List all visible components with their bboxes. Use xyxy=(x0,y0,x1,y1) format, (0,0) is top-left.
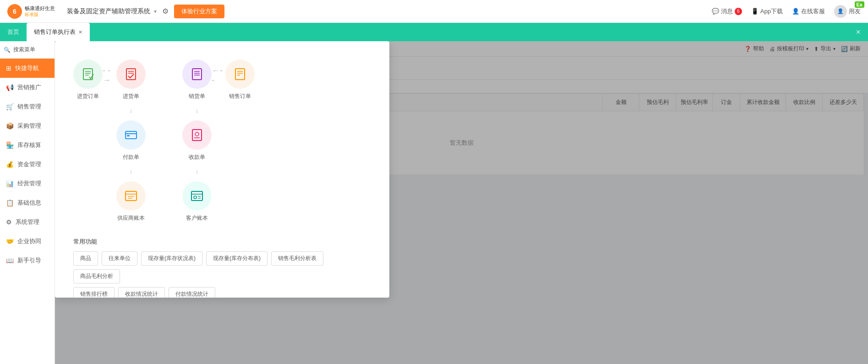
online-service-item[interactable]: 👤 在线客服 xyxy=(792,7,825,16)
logo-icon: 6 xyxy=(7,4,22,19)
newbie-icon: 📖 xyxy=(6,257,14,264)
func-buttons-row1: 商品 往来单位 现存量(库存状况表) 现存量(库存分布表) 销售毛利分析表 商品… xyxy=(73,251,371,283)
header-right: 💬 消息 6 📱 App下载 👤 在线客服 👤 用友 Ea xyxy=(712,5,861,18)
sidebar-search-label: 搜索菜单 xyxy=(13,46,35,54)
purchase-order-label: 进货订单 xyxy=(77,92,99,100)
sidebar-item-label-enterprise: 企业协同 xyxy=(17,237,41,245)
flow-node-purchase-bill[interactable]: 进货单 xyxy=(112,55,150,105)
common-functions-title: 常用功能 xyxy=(73,238,371,246)
quick-nav-modal: 进货订单 - - → 进货单 xyxy=(55,41,389,298)
online-service-label: 在线客服 xyxy=(801,7,825,16)
svg-rect-11 xyxy=(235,69,245,80)
svg-rect-25 xyxy=(191,191,202,201)
svg-point-27 xyxy=(194,196,197,199)
logo-text: 畅康通好生意 标准版 xyxy=(25,5,55,17)
sidebar-item-system[interactable]: ⚙ 系统管理 xyxy=(0,212,55,232)
flow-node-payment[interactable]: 付款单 xyxy=(112,116,150,166)
svg-rect-18 xyxy=(192,130,202,141)
app-download-item[interactable]: 📱 App下载 xyxy=(751,7,783,16)
ea-badge-area: Ea xyxy=(851,0,868,9)
func-btn-inventory-dist[interactable]: 现存量(库存分布表) xyxy=(206,251,267,266)
purchase-icon: 📦 xyxy=(6,122,14,130)
receipt-label: 收款单 xyxy=(189,153,205,161)
func-btn-sales-ranking[interactable]: 销售排行榜 xyxy=(73,287,115,298)
sidebar-item-label-inventory: 库存核算 xyxy=(17,141,41,149)
message-item[interactable]: 💬 消息 6 xyxy=(712,7,742,16)
operation-icon: 📊 xyxy=(6,180,14,187)
sidebar-item-marketing[interactable]: 📢 营销推广 xyxy=(0,78,55,97)
system-title-text: 装备及固定资产辅助管理系统 xyxy=(67,7,150,16)
sidebar-item-label-newbie: 新手引导 xyxy=(17,256,41,265)
purchase-bill-label: 进货单 xyxy=(123,92,139,100)
sidebar-item-inventory[interactable]: 🏪 库存核算 xyxy=(0,136,55,155)
online-service-icon: 👤 xyxy=(792,8,799,15)
sidebar-item-label-operation: 经营管理 xyxy=(17,179,41,188)
supplier-account-label: 供应商账本 xyxy=(117,214,145,222)
marketing-icon: 📢 xyxy=(6,84,14,91)
flow-diagram: 进货订单 - - → 进货单 xyxy=(73,55,371,227)
sales-order-label: 销售订单 xyxy=(229,92,251,100)
sidebar-search[interactable]: 🔍 搜索菜单 xyxy=(0,41,55,59)
purchase-order-icon xyxy=(73,60,103,89)
sidebar-item-sales[interactable]: 🛒 销售管理 xyxy=(0,97,55,116)
trial-button[interactable]: 体验行业方案 xyxy=(174,5,224,18)
flow-node-sales-order[interactable]: 销售订单 xyxy=(221,55,259,105)
sidebar-item-label-quick-nav: 快捷导航 xyxy=(15,64,39,72)
sidebar-item-quick-nav[interactable]: ⊞ 快捷导航 xyxy=(0,59,55,78)
flow-node-receipt[interactable]: 收款单 xyxy=(178,116,216,166)
tab-home-label: 首页 xyxy=(7,28,19,36)
supplier-account-icon xyxy=(116,181,146,211)
flow-node-supplier-account[interactable]: 供应商账本 xyxy=(112,177,150,227)
sidebar-item-newbie[interactable]: 📖 新手引导 xyxy=(0,251,55,270)
tab-close-icon[interactable]: ✕ xyxy=(78,29,82,35)
quick-nav-icon: ⊞ xyxy=(6,65,11,72)
flow-node-customer-account[interactable]: 客户账本 xyxy=(178,177,216,227)
func-btn-receipt-stats[interactable]: 收款情况统计 xyxy=(118,287,165,298)
sidebar-item-enterprise[interactable]: 🤝 企业协同 xyxy=(0,232,55,251)
tab-bar: 首页 销售订单执行表 ✕ × xyxy=(0,23,868,41)
func-btn-contacts[interactable]: 往来单位 xyxy=(102,251,137,266)
settings-icon[interactable]: ⚙ xyxy=(162,7,169,16)
dropdown-icon[interactable]: ▾ xyxy=(154,8,157,15)
sales-order-icon xyxy=(225,60,255,89)
sidebar-item-label-basic: 基础信息 xyxy=(17,199,41,207)
flow-node-sales-bill[interactable]: 销货单 xyxy=(178,55,216,105)
sales-bill-icon xyxy=(182,60,212,89)
sidebar-item-operation[interactable]: 📊 经营管理 xyxy=(0,174,55,193)
func-btn-payment-stats[interactable]: 付款情况统计 xyxy=(169,287,215,298)
arrow-v-payment: ↓ xyxy=(130,168,133,175)
func-btn-product-gross[interactable]: 商品毛利分析 xyxy=(73,269,120,283)
ea-badge: Ea xyxy=(855,1,864,8)
purchase-bill-icon xyxy=(116,60,146,89)
sidebar-item-label-sales: 销售管理 xyxy=(17,103,41,111)
sidebar-item-finance[interactable]: 💰 资金管理 xyxy=(0,155,55,174)
inventory-icon: 🏪 xyxy=(6,141,14,149)
sidebar-item-label-finance: 资金管理 xyxy=(17,160,41,168)
close-window-button[interactable]: × xyxy=(856,27,861,37)
sidebar-item-label-system: 系统管理 xyxy=(16,218,39,226)
message-badge: 6 xyxy=(735,8,742,15)
func-btn-sales-gross[interactable]: 销售毛利分析表 xyxy=(271,251,323,266)
app-download-label: App下载 xyxy=(760,7,783,16)
payment-label: 付款单 xyxy=(123,153,139,161)
func-buttons-row2: 销售排行榜 收款情况统计 付款情况统计 xyxy=(73,287,371,298)
customer-account-label: 客户账本 xyxy=(186,214,208,222)
common-functions: 常用功能 商品 往来单位 现存量(库存状况表) 现存量(库存分布表) 销售毛利分… xyxy=(73,238,371,298)
flow-node-purchase-order[interactable]: 进货订单 xyxy=(69,55,107,105)
customer-account-icon xyxy=(182,181,212,211)
overlay: 进货订单 - - → 进货单 xyxy=(55,41,868,364)
func-btn-inventory-status[interactable]: 现存量(库存状况表) xyxy=(141,251,202,266)
arrow-v-sales: ↓ xyxy=(196,107,199,114)
svg-rect-4 xyxy=(126,69,136,80)
tab-sales-order[interactable]: 销售订单执行表 ✕ xyxy=(27,23,90,41)
sidebar-item-purchase[interactable]: 📦 采购管理 xyxy=(0,116,55,136)
receipt-icon xyxy=(182,120,212,150)
sidebar-item-basic[interactable]: 📋 基础信息 xyxy=(0,193,55,212)
func-btn-product[interactable]: 商品 xyxy=(73,251,98,266)
tab-sales-order-label: 销售订单执行表 xyxy=(34,28,76,36)
sidebar-item-label-marketing: 营销推广 xyxy=(17,83,41,92)
svg-rect-7 xyxy=(192,69,202,80)
sales-icon: 🛒 xyxy=(6,103,14,110)
finance-icon: 💰 xyxy=(6,161,14,168)
tab-home[interactable]: 首页 xyxy=(0,23,27,41)
